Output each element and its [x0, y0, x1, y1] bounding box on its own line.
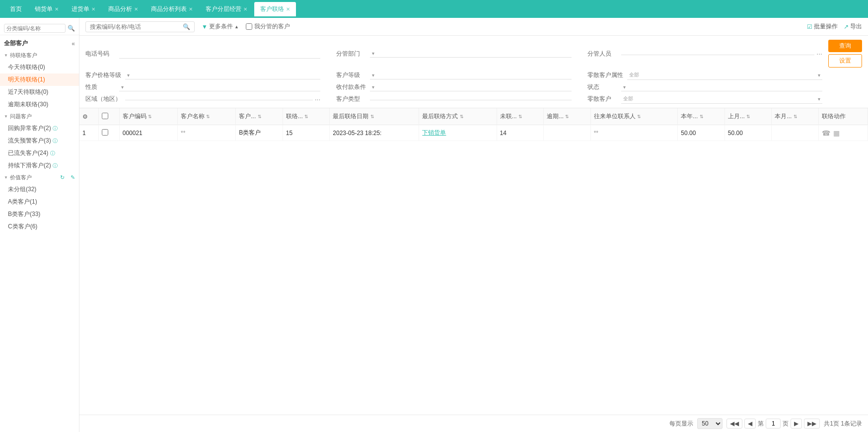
row-last-contact-method[interactable]: 下销货单	[419, 125, 497, 141]
dept-select[interactable]: ▾	[370, 50, 571, 58]
payment-select[interactable]: ▾	[370, 83, 571, 91]
settings-button[interactable]: 设置	[828, 54, 862, 68]
col-action: 联络动作	[818, 108, 868, 125]
nav-home[interactable]: 首页	[4, 2, 28, 16]
sort-icon[interactable]: ⇅	[148, 114, 152, 119]
sort-icon[interactable]: ⇅	[794, 114, 797, 119]
sidebar-group-pending: 待联络客户	[0, 50, 79, 61]
nav-customer-layered[interactable]: 客户分层经营 ✕	[200, 2, 253, 16]
sort-icon[interactable]: ⇅	[304, 114, 308, 119]
filter-row-3: 性质 ▾ 收付款条件 ▾ 状态 ▾	[85, 83, 862, 91]
close-icon[interactable]: ✕	[189, 6, 193, 12]
page-input[interactable]	[766, 419, 781, 429]
sort-icon[interactable]: ⇅	[700, 114, 704, 119]
filter-icon: ▼	[202, 23, 208, 30]
sort-icon[interactable]: ⇅	[518, 114, 522, 119]
close-icon[interactable]: ✕	[55, 6, 59, 12]
my-customers-checkbox[interactable]	[246, 23, 252, 30]
row-checkbox[interactable]	[98, 125, 119, 141]
export-button[interactable]: ↗ 导出	[844, 22, 862, 31]
nav-product-analysis[interactable]: 商品分析 ✕	[102, 2, 144, 16]
sort-icon[interactable]: ⇅	[206, 114, 210, 119]
sort-icon[interactable]: ⇅	[258, 114, 262, 119]
nature-select[interactable]: ▾	[119, 83, 320, 91]
col-contacts: 联络... ⇅	[283, 108, 330, 125]
sidebar-item-ungrouped[interactable]: 未分组(32)	[0, 183, 79, 196]
top-navigation: 首页 销货单 ✕ 进货单 ✕ 商品分析 ✕ 商品分析列表 ✕ 客户分层经营 ✕ …	[0, 0, 868, 18]
retail-customer-select[interactable]: 全部 ▾	[621, 94, 822, 104]
edit-icon[interactable]: ✎	[71, 174, 79, 181]
sidebar-item-tomorrow[interactable]: 明天待联络(1)	[0, 73, 79, 86]
col-type: 客户... ⇅	[236, 108, 283, 125]
nav-product-analysis-list[interactable]: 商品分析列表 ✕	[145, 2, 199, 16]
row-last-contact-date: 2023-05-23 18:25:	[330, 125, 419, 141]
refresh-icon[interactable]: ↻	[60, 174, 69, 181]
search-wrap: 🔍	[85, 21, 195, 32]
manager-select[interactable]	[621, 53, 815, 55]
toolbar-right: ☑ 批量操作 ↗ 导出	[807, 22, 862, 31]
sidebar-item-class-c[interactable]: C类客户(6)	[0, 220, 79, 233]
more-filters-button[interactable]: ▼ 更多条件 ▲	[199, 21, 242, 32]
search-input[interactable]	[90, 23, 181, 30]
phone-action-icon[interactable]: ☎	[822, 129, 830, 137]
next-page-button[interactable]: ▶	[791, 419, 802, 429]
more-icon[interactable]: ···	[816, 50, 822, 58]
pagination: 每页显示 50 100 200 ◀◀ ◀ 第 页 ▶ ▶▶ 共1页 1条记录	[79, 415, 868, 432]
filter-cell-retail-customer: 零散客户 全部 ▾	[587, 94, 822, 104]
sidebar-search-input[interactable]	[4, 24, 66, 33]
col-settings[interactable]: ⚙	[79, 108, 98, 125]
sidebar-item-7days[interactable]: 近7天待联络(0)	[0, 86, 79, 98]
customer-type-select[interactable]	[370, 98, 571, 100]
sidebar-all-customers[interactable]: 全部客户 «	[0, 37, 79, 50]
data-table-wrap: ⚙ 客户编码 ⇅ 客户名称 ⇅ 客户... ⇅ 联络... ⇅ 最后联络日期 ⇅…	[79, 108, 868, 415]
customer-level-select[interactable]: ▾	[370, 72, 571, 79]
search-button[interactable]: 🔍	[183, 23, 190, 30]
per-page-select[interactable]: 50 100 200	[697, 418, 723, 429]
region-select[interactable]	[125, 98, 313, 100]
sidebar-item-repurchase-abnormal[interactable]: 回购异常客户(2) ⓘ	[0, 122, 79, 135]
filter-cell-dept: 分管部门 ▾	[336, 50, 571, 58]
prev-page-button[interactable]: ◀	[744, 419, 756, 429]
filter-cell-price-level: 客户价格等级 ▾	[85, 71, 320, 79]
filter-cell-payment: 收付款条件 ▾	[336, 83, 571, 91]
sidebar-item-churn-warning[interactable]: 流失预警客户(3) ⓘ	[0, 135, 79, 147]
collapse-icon[interactable]: «	[72, 40, 75, 47]
more-icon[interactable]: ···	[315, 95, 321, 103]
filter-cell-status: 状态 ▾	[587, 83, 822, 91]
sort-icon[interactable]: ⇅	[637, 114, 641, 119]
sort-icon[interactable]: ⇅	[370, 114, 374, 119]
status-select[interactable]: ▾	[621, 83, 822, 91]
sidebar-item-today[interactable]: 今天待联络(0)	[0, 61, 79, 73]
filter-cell-phone: 电话号码	[85, 49, 320, 59]
select-all-checkbox[interactable]	[102, 113, 108, 119]
retail-attr-select[interactable]: 全部 ▾	[627, 71, 822, 80]
close-icon[interactable]: ✕	[286, 6, 290, 12]
row-name: **	[177, 125, 235, 141]
close-icon[interactable]: ✕	[91, 6, 95, 12]
sidebar-item-overdue[interactable]: 逾期未联络(30)	[0, 98, 79, 111]
sidebar-item-class-a[interactable]: A类客户(1)	[0, 196, 79, 208]
row-code: 000021	[119, 125, 177, 141]
sidebar-item-class-b[interactable]: B类客户(33)	[0, 208, 79, 220]
last-page-button[interactable]: ▶▶	[804, 419, 820, 429]
close-icon[interactable]: ✕	[134, 6, 138, 12]
price-level-select[interactable]: ▾	[125, 72, 320, 79]
nav-purchase-order[interactable]: 进货单 ✕	[66, 2, 101, 16]
close-icon[interactable]: ✕	[243, 6, 247, 12]
sidebar-item-churned[interactable]: 已流失客户(24) ⓘ	[0, 147, 79, 159]
total-info: 共1页 1条记录	[824, 420, 862, 428]
query-button[interactable]: 查询	[828, 40, 862, 52]
first-page-button[interactable]: ◀◀	[726, 419, 742, 429]
grid-action-icon[interactable]: ▦	[833, 129, 840, 137]
bulk-operation-button[interactable]: ☑ 批量操作	[807, 22, 838, 31]
sort-icon[interactable]: ⇅	[746, 114, 750, 119]
sort-icon[interactable]: ⇅	[460, 114, 464, 119]
search-icon[interactable]: 🔍	[68, 25, 75, 32]
col-contact-person: 往来单位联系人 ⇅	[590, 108, 678, 125]
sidebar-item-declining[interactable]: 持续下滑客户(2) ⓘ	[0, 159, 79, 172]
sidebar-group-problem: 问题客户	[0, 111, 79, 122]
nav-sales-order[interactable]: 销货单 ✕	[29, 2, 65, 16]
nav-customer-contact[interactable]: 客户联络 ✕	[254, 2, 296, 16]
phone-input[interactable]	[119, 49, 320, 59]
sort-icon[interactable]: ⇅	[565, 114, 569, 119]
